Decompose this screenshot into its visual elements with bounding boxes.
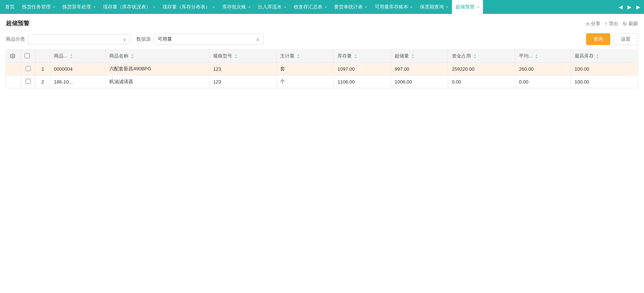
sort-icon-product-name: ▲▼ (131, 53, 134, 59)
row-stock-0: 1097.00 (334, 63, 391, 75)
row-gear-cell-1 (6, 75, 21, 88)
sort-icon-product-code: ▲▼ (70, 53, 73, 59)
row-avg-1: 0.00 (515, 75, 571, 88)
filter-row: 商品分类 ∨ 数据源 可用量 ∨ 查询 设置 (6, 33, 638, 45)
row-num-0: 1 (36, 63, 50, 75)
nav-close-icon-3[interactable]: × (153, 5, 155, 9)
nav-close-icon-9[interactable]: × (410, 5, 413, 9)
row-product_code-0: 0000004 (50, 63, 106, 75)
main-content: 超储预警 ⎋ 分享 ↑ 导出 ↻ 刷新 商品分类 ∨ 数据源 (0, 14, 644, 293)
row-gear-cell-0 (6, 63, 21, 75)
col-label-spec: 规格型号 (213, 53, 232, 59)
table-body: 10000004六配套新昌490BPG123套1097.00997.002592… (6, 63, 638, 88)
query-button[interactable]: 查询 (586, 33, 610, 45)
nav-close-icon-8[interactable]: × (365, 5, 367, 9)
row-stock-1: 1106.00 (334, 75, 391, 88)
datasource-filter-group: 数据源 可用量 ∨ (136, 34, 264, 45)
column-gear[interactable] (6, 50, 21, 63)
nav-close-icon-2[interactable]: × (93, 5, 95, 9)
nav-item-6[interactable]: 出入库流水× (254, 0, 290, 14)
refresh-label: 刷新 (629, 21, 638, 27)
column-capital[interactable]: 资金占用 ▲▼ (448, 50, 515, 63)
refresh-icon: ↻ (623, 21, 627, 27)
column-overstock[interactable]: 超储量 ▲▼ (391, 50, 448, 63)
select-all-checkbox[interactable] (25, 53, 30, 58)
col-label-overstock: 超储量 (395, 53, 409, 59)
row-max_stock-0: 100.00 (571, 63, 638, 75)
nav-item-1[interactable]: 拣货任务管理× (18, 0, 59, 14)
nav-close-icon-1[interactable]: × (53, 5, 55, 9)
share-label: 分享 (591, 21, 600, 27)
page-title: 超储预警 (6, 20, 29, 27)
category-filter-group: 商品分类 ∨ (6, 34, 131, 44)
chevron-down-icon: ∨ (123, 37, 127, 42)
nav-item-10[interactable]: 保质期查询× (416, 0, 452, 14)
row-checkbox-1[interactable] (26, 79, 31, 84)
nav-close-icon-10[interactable]: × (446, 5, 448, 9)
row-product_name-0: 六配套新昌490BPG (106, 63, 209, 75)
page-header: 超储预警 ⎋ 分享 ↑ 导出 ↻ 刷新 (6, 20, 638, 27)
nav-close-icon-6[interactable]: × (284, 5, 286, 9)
row-capital-0: 259220.00 (448, 63, 515, 75)
row-overstock-0: 997.00 (391, 63, 448, 75)
column-avg[interactable]: 平均... ▲▼ (515, 50, 571, 63)
share-icon: ⎋ (586, 21, 589, 27)
nav-close-icon-4[interactable]: × (212, 5, 215, 9)
row-unit-1: 个 (277, 75, 334, 88)
sort-icon-avg: ▲▼ (535, 53, 538, 59)
table-row: 10000004六配套新昌490BPG123套1097.00997.002592… (6, 63, 638, 75)
datasource-value: 可用量 (158, 36, 172, 42)
row-checkbox-0[interactable] (26, 66, 31, 71)
filter-buttons: 查询 设置 (586, 33, 638, 45)
nav-close-icon-11[interactable]: × (477, 5, 479, 9)
nav-next-arrow[interactable]: ▶ (625, 0, 634, 14)
nav-close-icon-5[interactable]: × (248, 5, 250, 9)
nav-item-11[interactable]: 超储预警× (452, 0, 483, 14)
nav-close-icon-7[interactable]: × (325, 5, 327, 9)
category-label: 商品分类 (6, 36, 25, 42)
refresh-button[interactable]: ↻ 刷新 (623, 21, 638, 27)
sort-icon-spec: ▲▼ (235, 53, 238, 59)
nav-item-0[interactable]: 首页 (1, 0, 18, 14)
table-header: 商品... ▲▼ 商品名称 ▲▼ 规格型号 ▲▼ 主计量 ▲▼ 库存量 ▲▼ (6, 50, 638, 63)
column-product-name[interactable]: 商品名称 ▲▼ (106, 50, 209, 63)
column-unit[interactable]: 主计量 ▲▼ (277, 50, 334, 63)
nav-item-5[interactable]: 库存批次账× (219, 0, 254, 14)
data-table: 商品... ▲▼ 商品名称 ▲▼ 规格型号 ▲▼ 主计量 ▲▼ 库存量 ▲▼ (6, 49, 638, 88)
datasource-select[interactable]: 可用量 ∨ (154, 34, 264, 45)
nav-item-8[interactable]: 要货单统计表× (330, 0, 371, 14)
nav-item-7[interactable]: 收发存汇总表× (290, 0, 330, 14)
column-spec[interactable]: 规格型号 ▲▼ (209, 50, 277, 63)
category-select[interactable]: ∨ (28, 34, 131, 44)
column-product-code[interactable]: 商品... ▲▼ (50, 50, 106, 63)
row-max_stock-1: 100.00 (571, 75, 638, 88)
sort-icon-max-stock: ▲▼ (596, 53, 599, 59)
column-stock[interactable]: 库存量 ▲▼ (334, 50, 391, 63)
col-label-unit: 主计量 (280, 53, 294, 59)
col-label-max-stock: 最高库存 (575, 53, 594, 59)
nav-item-3[interactable]: 现存量（库存状况表）× (99, 0, 159, 14)
col-label-stock: 库存量 (337, 53, 352, 59)
sort-icon-capital: ▲▼ (473, 53, 476, 59)
export-icon: ↑ (605, 21, 607, 27)
column-checkbox[interactable] (21, 50, 36, 63)
chevron-down-icon-2: ∨ (256, 37, 260, 42)
top-navigation: 首页拣货任务管理×拣货异常处理×现存量（库存状况表）×现存量（库存分布表）×库存… (0, 0, 644, 14)
share-button[interactable]: ⎋ 分享 (586, 21, 600, 27)
settings-button[interactable]: 设置 (613, 33, 638, 45)
column-max-stock[interactable]: 最高库存 ▲▼ (571, 50, 638, 63)
row-unit-0: 套 (277, 63, 334, 75)
row-checkbox-cell-1[interactable] (21, 75, 36, 88)
nav-prev-arrow[interactable]: ◀ (616, 0, 625, 14)
nav-item-2[interactable]: 拣货异常处理× (59, 0, 99, 14)
col-label-product-code: 商品... (54, 53, 67, 59)
row-checkbox-cell-0[interactable] (21, 63, 36, 75)
table-row: 2186-10...机油滤清器123个1106.001006.000.000.0… (6, 75, 638, 88)
nav-item-4[interactable]: 现存量（库存分布表）× (159, 0, 218, 14)
header-row: 商品... ▲▼ 商品名称 ▲▼ 规格型号 ▲▼ 主计量 ▲▼ 库存量 ▲▼ (6, 50, 638, 63)
nav-more-arrow[interactable]: ▶ (634, 0, 643, 14)
export-label: 导出 (609, 21, 618, 27)
export-button[interactable]: ↑ 导出 (605, 21, 618, 27)
nav-item-9[interactable]: 可用量库存账本× (371, 0, 416, 14)
row-capital-1: 0.00 (448, 75, 515, 88)
